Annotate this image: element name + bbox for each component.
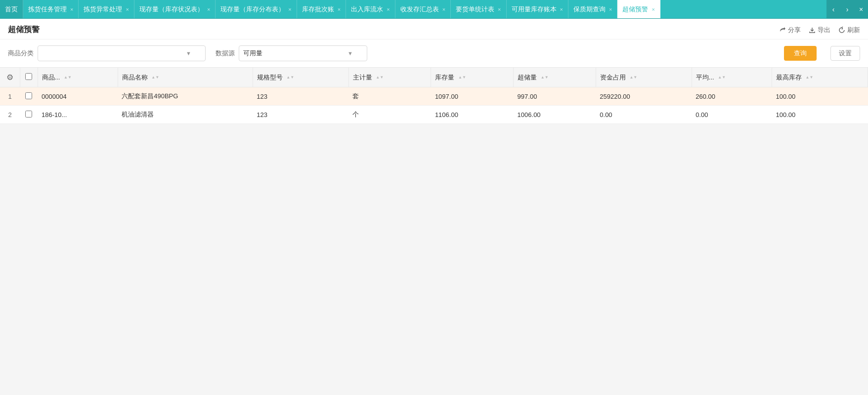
nav-prev-button[interactable]: ‹	[826, 0, 840, 19]
cell-max-stock: 100.00	[772, 106, 868, 124]
nav-item-active[interactable]: 超储预警 ×	[617, 0, 660, 19]
sort-icon: ▲▼	[541, 76, 549, 79]
th-settings[interactable]: ⚙	[0, 68, 20, 87]
row-checkbox[interactable]	[25, 92, 32, 99]
th-checkbox[interactable]	[20, 68, 38, 87]
cell-over-stock: 1006.00	[514, 106, 596, 124]
close-icon[interactable]: ×	[609, 6, 612, 12]
product-category-filter: 商品分类 ▼	[8, 45, 206, 61]
row-index: 2	[0, 106, 20, 124]
settings-button[interactable]: 设置	[830, 46, 860, 61]
data-source-filter: 数据源 可用量 ▼	[216, 45, 367, 61]
chevron-down-icon: ▼	[186, 50, 191, 56]
th-over-stock[interactable]: 超储量 ▲▼	[514, 68, 596, 87]
th-max-stock[interactable]: 最高库存 ▲▼	[772, 68, 868, 87]
share-button[interactable]: 分享	[779, 26, 801, 35]
nav-item-9[interactable]: 可用量库存账本 ×	[507, 0, 568, 19]
close-icon[interactable]: ×	[207, 6, 210, 12]
th-capital-usage[interactable]: 资金占用 ▲▼	[596, 68, 692, 87]
nav-item-home[interactable]: 首页	[0, 0, 23, 19]
table-row: 2 186-10... 机油滤清器 123 个 1106.00 1006.00 …	[0, 106, 868, 124]
sort-icon: ▲▼	[151, 76, 159, 79]
table-container: ⚙ 商品... ▲▼ 商品名称 ▲▼ 规格型号 ▲▼	[0, 67, 868, 124]
sort-icon: ▲▼	[718, 76, 726, 79]
cell-product-name: 六配套新昌490BPG	[118, 87, 253, 106]
row-checkbox[interactable]	[25, 111, 32, 118]
nav-item-10[interactable]: 保质期查询 ×	[568, 0, 617, 19]
th-avg[interactable]: 平均... ▲▼	[692, 68, 772, 87]
row-checkbox-cell[interactable]	[20, 87, 38, 106]
th-product-code[interactable]: 商品... ▲▼	[38, 68, 118, 87]
nav-next-button[interactable]: ›	[840, 0, 854, 19]
cell-avg: 0.00	[692, 106, 772, 124]
sort-icon: ▲▼	[286, 76, 294, 79]
sort-icon: ▲▼	[806, 76, 814, 79]
th-spec[interactable]: 规格型号 ▲▼	[253, 68, 348, 87]
refresh-icon	[838, 27, 845, 34]
page-title: 超储预警	[8, 25, 40, 35]
cell-avg: 260.00	[692, 87, 772, 106]
header-actions: 分享 导出 刷新	[779, 26, 860, 35]
page-header: 超储预警 分享 导出 刷新	[0, 19, 868, 40]
cell-spec: 123	[253, 87, 348, 106]
export-icon	[809, 27, 816, 34]
close-icon[interactable]: ×	[70, 6, 73, 12]
sort-icon: ▲▼	[64, 76, 72, 79]
table-body: 1 0000004 六配套新昌490BPG 123 套 1097.00 997.…	[0, 87, 868, 124]
export-button[interactable]: 导出	[809, 26, 830, 35]
nav-item-1[interactable]: 拣货任务管理 ×	[23, 0, 79, 19]
th-stock[interactable]: 库存量 ▲▼	[431, 68, 514, 87]
share-icon	[779, 27, 786, 34]
nav-item-2[interactable]: 拣货异常处理 ×	[79, 0, 134, 19]
close-icon[interactable]: ×	[498, 6, 501, 12]
chevron-down-icon: ▼	[347, 50, 353, 56]
cell-stock: 1097.00	[431, 87, 514, 106]
cell-spec: 123	[253, 106, 348, 124]
nav-arrows: ‹ › ×	[826, 0, 868, 19]
cell-product-code: 0000004	[38, 87, 118, 106]
sort-icon: ▲▼	[629, 76, 637, 79]
table-row: 1 0000004 六配套新昌490BPG 123 套 1097.00 997.…	[0, 87, 868, 106]
cell-over-stock: 997.00	[514, 87, 596, 106]
close-icon[interactable]: ×	[126, 6, 129, 12]
query-button[interactable]: 查询	[784, 46, 817, 61]
select-all-checkbox[interactable]	[25, 73, 32, 80]
th-unit[interactable]: 主计量 ▲▼	[348, 68, 431, 87]
close-icon[interactable]: ×	[560, 6, 563, 12]
filter-area: 商品分类 ▼ 数据源 可用量 ▼ 查询 设置	[0, 40, 868, 67]
sort-icon: ▲▼	[458, 76, 466, 79]
cell-unit: 个	[348, 106, 431, 124]
settings-icon[interactable]: ⚙	[6, 73, 13, 81]
nav-item-3[interactable]: 现存量（库存状况表） ×	[134, 0, 216, 19]
nav-item-4[interactable]: 现存量（库存分布表） ×	[216, 0, 297, 19]
close-icon[interactable]: ×	[442, 6, 445, 12]
cell-product-code: 186-10...	[38, 106, 118, 124]
sort-icon: ▲▼	[376, 76, 384, 79]
nav-item-5[interactable]: 库存批次账 ×	[297, 0, 346, 19]
row-checkbox-cell[interactable]	[20, 106, 38, 124]
cell-unit: 套	[348, 87, 431, 106]
nav-close-button[interactable]: ×	[854, 0, 868, 19]
page-content: 超储预警 分享 导出 刷新 商品	[0, 19, 868, 124]
close-icon[interactable]: ×	[288, 6, 291, 12]
cell-max-stock: 100.00	[772, 87, 868, 106]
nav-item-7[interactable]: 收发存汇总表 ×	[395, 0, 451, 19]
close-icon[interactable]: ×	[338, 6, 341, 12]
data-source-label: 数据源	[216, 49, 235, 58]
product-category-label: 商品分类	[8, 49, 34, 58]
cell-product-name: 机油滤清器	[118, 106, 253, 124]
table-header-row: ⚙ 商品... ▲▼ 商品名称 ▲▼ 规格型号 ▲▼	[0, 68, 868, 87]
data-source-select[interactable]: 可用量 ▼	[239, 45, 367, 61]
nav-item-8[interactable]: 要货单统计表 ×	[451, 0, 506, 19]
refresh-button[interactable]: 刷新	[838, 26, 860, 35]
close-icon[interactable]: ×	[651, 6, 654, 12]
nav-item-6[interactable]: 出入库流水 ×	[346, 0, 395, 19]
product-category-select[interactable]: ▼	[38, 45, 206, 61]
th-product-name[interactable]: 商品名称 ▲▼	[118, 68, 253, 87]
row-index: 1	[0, 87, 20, 106]
cell-stock: 1106.00	[431, 106, 514, 124]
top-nav: 首页 拣货任务管理 × 拣货异常处理 × 现存量（库存状况表） × 现存量（库存…	[0, 0, 868, 19]
data-table: ⚙ 商品... ▲▼ 商品名称 ▲▼ 规格型号 ▲▼	[0, 67, 868, 124]
close-icon[interactable]: ×	[387, 6, 390, 12]
cell-capital-usage: 0.00	[596, 106, 692, 124]
